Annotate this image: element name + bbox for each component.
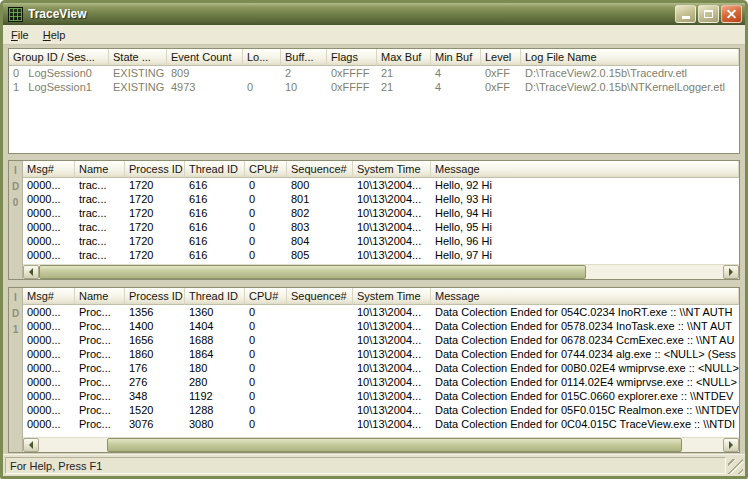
menu-file[interactable]: File [4,26,36,44]
trace-table-0: Msg#NameProcess IDThread IDCPU#Sequence#… [23,161,739,264]
table-row[interactable]: 0000...trac...1720616080410\13\2004...He… [23,234,739,248]
column-header[interactable]: Lo... [243,49,281,66]
scroll-track[interactable] [39,265,723,279]
table-cell: 0000... [23,220,75,234]
column-header[interactable]: Flags [327,49,377,66]
menu-help[interactable]: Help [36,26,73,44]
column-header[interactable]: Log File Name [521,49,739,66]
table-row[interactable]: 0000...trac...1720616080310\13\2004...He… [23,220,739,234]
table-cell: Hello, 92 Hi [431,178,739,192]
column-header[interactable]: System Time [353,161,431,178]
table-cell: 1720 [125,206,185,220]
pane-id-label-0: ID0 [9,161,23,279]
table-cell: Data Colection Ended for 015C.0660 explo… [431,389,739,403]
maximize-button[interactable] [698,5,719,23]
horizontal-scrollbar-0[interactable] [23,264,739,279]
traceview-window: TraceView File Help Group ID / Ses...Sta… [0,0,748,479]
table-row[interactable]: 0000...Proc...3481192010\13\2004...Data … [23,389,739,403]
column-header[interactable]: Group ID / Ses... [9,49,109,66]
column-header[interactable]: Msg# [23,288,75,305]
table-row[interactable]: 0000...trac...1720616080010\13\2004...He… [23,178,739,192]
pane-id-label-1: ID1 [9,288,23,452]
table-row[interactable]: 0000...Proc...30763080010\13\2004...Data… [23,417,739,431]
table-row[interactable]: 1 LogSession1EXISTING49730100xFFFF2140xF… [9,80,739,94]
column-header[interactable]: Msg# [23,161,75,178]
table-cell: Data Colection Ended for 0678.0234 CcmEx… [431,333,739,347]
menu-help-accel: H [43,29,51,41]
table-cell [243,66,281,80]
column-header[interactable]: Min Buf [431,49,481,66]
column-header[interactable]: Thread ID [185,288,245,305]
column-header[interactable]: Name [75,288,125,305]
resize-grip[interactable] [728,459,743,474]
table-cell: Hello, 97 Hi [431,248,739,262]
scroll-right-button[interactable] [723,438,739,452]
table-row[interactable]: 0000...Proc...176180010\13\2004...Data C… [23,361,739,375]
table-cell [287,319,353,333]
close-button[interactable] [721,5,742,23]
table-cell: 0 [245,389,287,403]
scroll-left-button[interactable] [23,265,39,279]
table-cell: trac... [75,192,125,206]
table-row[interactable]: 0000...Proc...13561360010\13\2004...Data… [23,305,739,319]
title-bar[interactable]: TraceView [3,3,745,25]
column-header[interactable]: State ... [109,49,167,66]
table-row[interactable]: 0000...Proc...14001404010\13\2004...Data… [23,319,739,333]
window-controls [675,5,742,23]
table-cell: 10\13\2004... [353,319,431,333]
table-row[interactable]: 0000...Proc...15201288010\13\2004...Data… [23,403,739,417]
table-cell: 21 [377,66,431,80]
scroll-thumb[interactable] [39,265,586,279]
table-cell: 0xFFFF [327,66,377,80]
table-cell: 0000... [23,361,75,375]
scroll-left-button[interactable] [23,438,39,452]
table-cell: 616 [185,234,245,248]
table-cell: 0 [245,305,287,319]
table-row[interactable]: 0000...trac...1720616080110\13\2004...He… [23,192,739,206]
table-cell: Data Colection Ended for 0744.0234 alg.e… [431,347,739,361]
column-header[interactable]: Sequence# [287,161,353,178]
column-header[interactable]: Thread ID [185,161,245,178]
table-cell: 0 [245,361,287,375]
table-cell: Hello, 95 Hi [431,220,739,234]
table-cell: 0xFF [481,80,521,94]
column-header[interactable]: Level [481,49,521,66]
column-header[interactable]: Event Count [167,49,243,66]
table-cell: 4973 [167,80,243,94]
column-header[interactable]: Process ID [125,288,185,305]
horizontal-scrollbar-1[interactable] [23,437,739,452]
table-row[interactable]: 0000...Proc...276280010\13\2004...Data C… [23,375,739,389]
scroll-track[interactable] [39,438,723,452]
table-cell: 10\13\2004... [353,347,431,361]
menu-bar: File Help [3,25,745,45]
table-row[interactable]: 0 LogSession0EXISTING80920xFFFF2140xFFD:… [9,66,739,80]
column-header[interactable]: Message [431,161,739,178]
session-list-pane: Group ID / Ses...State ...Event CountLo.… [8,48,740,154]
scroll-thumb[interactable] [107,438,682,452]
table-cell: Proc... [75,333,125,347]
column-header[interactable]: Name [75,161,125,178]
table-cell: 1688 [185,333,245,347]
scroll-right-button[interactable] [723,265,739,279]
column-header[interactable]: System Time [353,288,431,305]
column-header[interactable]: Sequence# [287,288,353,305]
column-header[interactable]: CPU# [245,161,287,178]
column-header[interactable]: Process ID [125,161,185,178]
column-header[interactable]: Message [431,288,739,305]
table-cell: 0 [245,220,287,234]
minimize-button[interactable] [675,5,696,23]
table-cell: Proc... [75,347,125,361]
table-row[interactable]: 0000...trac...1720616080210\13\2004...He… [23,206,739,220]
table-row[interactable]: 0000...Proc...16561688010\13\2004...Data… [23,333,739,347]
table-row[interactable]: 0000...trac...1720616080510\13\2004...He… [23,248,739,262]
table-cell: Data Colection Ended for 0578.0234 InoTa… [431,319,739,333]
table-cell: 616 [185,192,245,206]
table-cell: D:\TraceView2.0.15b\Tracedrv.etl [521,66,739,80]
table-header-row: Msg#NameProcess IDThread IDCPU#Sequence#… [23,161,739,178]
column-header[interactable]: CPU# [245,288,287,305]
column-header[interactable]: Max Buf [377,49,431,66]
column-header[interactable]: Buff... [281,49,327,66]
table-row[interactable]: 0000...Proc...18601864010\13\2004...Data… [23,347,739,361]
table-cell: 1 LogSession1 [9,80,109,94]
table-cell: 10\13\2004... [353,305,431,319]
